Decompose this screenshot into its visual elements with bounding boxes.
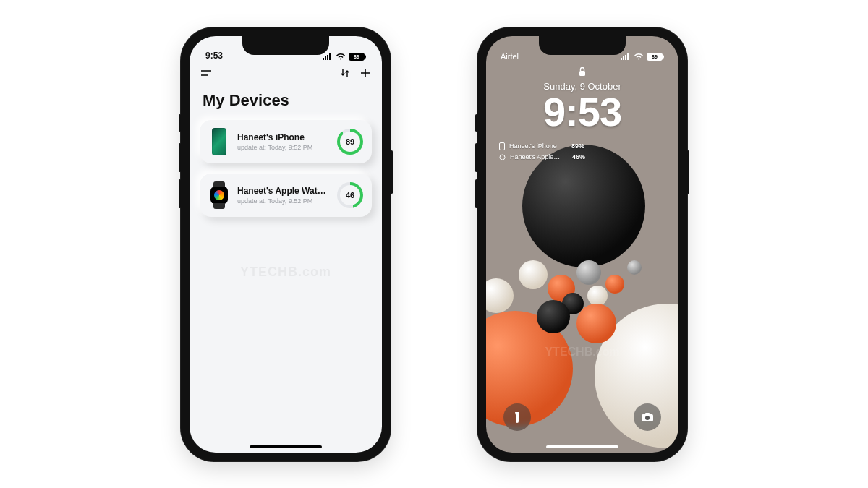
svg-rect-8 [621,58,622,60]
home-indicator[interactable] [546,445,618,448]
battery-icon: 89 [349,53,366,61]
notch [539,36,626,55]
svg-rect-10 [625,55,626,60]
svg-rect-12 [579,71,585,76]
iphone-mini-icon [499,142,505,150]
watch-mini-icon [499,153,506,161]
page-title: My Devices [190,87,382,120]
device-updated: update at: Today, 9:52 PM [237,197,330,205]
carrier-label: Airtel [501,52,519,61]
device-name: Haneet's Apple Wat… [237,186,330,196]
battery-ring: 89 [337,129,363,155]
battery-widget[interactable]: Haneet's iPhone 89% Haneet's Apple… 46% [486,142,678,161]
phone-frame-right: Airtel 89 Sunday, 9 October 9:53 [477,27,687,461]
status-time: 9:53 [205,51,223,61]
svg-rect-1 [325,56,326,60]
widget-row: Haneet's iPhone 89% [499,142,665,150]
widget-device-value: 46% [572,153,585,160]
wifi-icon [336,53,346,60]
toolbar [190,62,382,87]
notch [242,36,329,55]
watermark: YTECHB.com [486,346,678,359]
cellular-icon [323,53,333,60]
status-indicators: 89 [621,53,664,61]
svg-rect-2 [327,55,328,60]
status-indicators: 89 [323,53,366,61]
svg-point-16 [645,416,650,420]
flashlight-button[interactable] [503,403,531,431]
svg-rect-11 [627,53,629,60]
widget-device-name: Haneet's Apple… [510,153,568,160]
widget-row: Haneet's Apple… 46% [499,153,665,161]
lock-screen: Airtel 89 Sunday, 9 October 9:53 [486,36,678,453]
home-indicator[interactable] [250,445,322,448]
apple-watch-icon [208,181,230,210]
wifi-icon [634,53,644,60]
svg-rect-3 [329,53,331,60]
svg-rect-9 [623,56,624,60]
device-updated: update at: Today, 9:52 PM [237,144,330,151]
iphone-icon [208,127,230,156]
sort-icon[interactable] [340,68,350,81]
svg-rect-17 [645,413,650,415]
flashlight-icon [512,411,522,424]
svg-rect-13 [500,142,505,150]
device-card[interactable]: Haneet's Apple Wat… update at: Today, 9:… [200,174,372,217]
lock-icon [486,67,678,80]
lock-time: 9:53 [486,92,678,132]
battery-icon: 89 [647,53,664,61]
svg-point-14 [500,155,505,160]
menu-icon[interactable] [201,68,213,81]
battery-ring: 46 [337,182,363,208]
device-card[interactable]: Haneet's iPhone update at: Today, 9:52 P… [200,120,372,163]
add-icon[interactable] [360,68,370,81]
camera-icon [641,412,654,422]
app-screen: 9:53 89 My De [190,36,382,453]
widget-device-name: Haneet's iPhone [509,142,567,150]
device-name: Haneet's iPhone [237,132,330,142]
watermark: YTECHB.com [190,265,382,280]
svg-rect-0 [323,58,324,60]
widget-device-value: 89% [571,142,584,150]
phone-frame-left: 9:53 89 My De [181,27,391,461]
cellular-icon [621,53,631,60]
camera-button[interactable] [634,403,661,431]
